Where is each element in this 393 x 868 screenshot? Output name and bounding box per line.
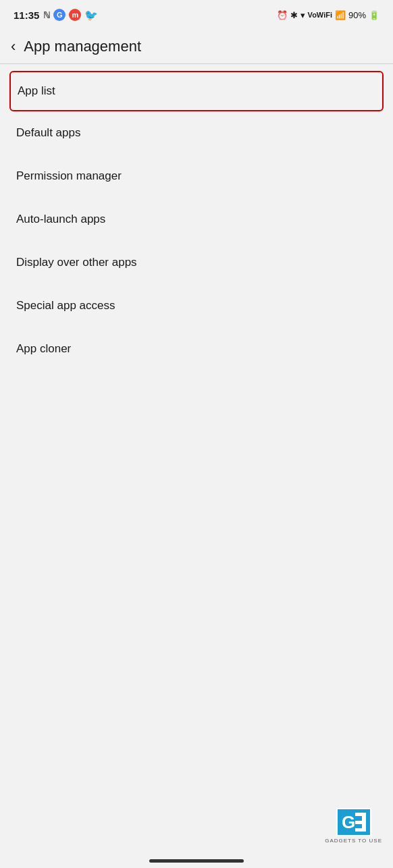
auto-launch-apps-label: Auto-launch apps — [16, 213, 105, 225]
watermark-logo: G — [336, 808, 371, 836]
app-list-wrapper: App list — [9, 71, 384, 111]
menu-item-default-apps[interactable]: Default apps — [0, 111, 393, 155]
special-app-access-label: Special app access — [16, 299, 115, 312]
display-over-other-apps-label: Display over other apps — [16, 256, 137, 269]
signal-bars-icon: 📶 — [335, 10, 346, 20]
menu-item-permission-manager[interactable]: Permission manager — [0, 155, 393, 198]
svg-rect-6 — [362, 816, 366, 821]
menu-item-app-cloner[interactable]: App cloner — [0, 327, 393, 371]
menu-list: App list Default apps Permission manager… — [0, 71, 393, 371]
back-button[interactable]: ‹ — [11, 38, 16, 55]
svg-rect-3 — [355, 813, 366, 816]
menu-item-app-list[interactable]: App list — [9, 71, 384, 111]
app-header: ‹ App management — [0, 30, 393, 63]
mail-icon: m — [69, 9, 81, 21]
home-bar[interactable] — [149, 859, 244, 863]
svg-rect-7 — [362, 824, 366, 828]
default-apps-label: Default apps — [16, 126, 80, 139]
status-left: 11:35 ℕ G m 🐦 — [14, 9, 98, 22]
twitter-icon: 🐦 — [84, 9, 98, 22]
svg-rect-5 — [355, 828, 366, 832]
signal-icon: ℕ — [43, 10, 50, 20]
google-icon: G — [53, 9, 66, 21]
status-bar: 11:35 ℕ G m 🐦 ⏰ ✱ ▾ VoWiFi 📶 90% 🔋 — [0, 0, 393, 30]
watermark-text: GADGETS TO USE — [325, 838, 382, 844]
app-cloner-label: App cloner — [16, 342, 71, 355]
status-app-icons: ℕ G m 🐦 — [43, 9, 98, 22]
svg-text:G: G — [342, 812, 355, 832]
page-title: App management — [24, 38, 141, 55]
svg-rect-4 — [355, 821, 366, 824]
permission-manager-label: Permission manager — [16, 169, 122, 182]
menu-item-auto-launch-apps[interactable]: Auto-launch apps — [0, 198, 393, 241]
menu-item-display-over-other-apps[interactable]: Display over other apps — [0, 241, 393, 284]
header-divider — [0, 63, 393, 64]
menu-item-special-app-access[interactable]: Special app access — [0, 284, 393, 327]
app-list-label: App list — [18, 84, 55, 97]
wifi-icon: ▾ — [300, 10, 305, 20]
bluetooth-icon: ✱ — [290, 10, 298, 20]
watermark: G GADGETS TO USE — [325, 808, 382, 844]
status-time: 11:35 — [14, 9, 39, 21]
vowifi-icon: VoWiFi — [308, 11, 332, 19]
battery-percent: 90% — [348, 10, 366, 20]
status-right-icons: ⏰ ✱ ▾ VoWiFi 📶 90% 🔋 — [277, 10, 379, 20]
battery-icon: 🔋 — [369, 10, 379, 20]
alarm-icon: ⏰ — [277, 10, 288, 20]
